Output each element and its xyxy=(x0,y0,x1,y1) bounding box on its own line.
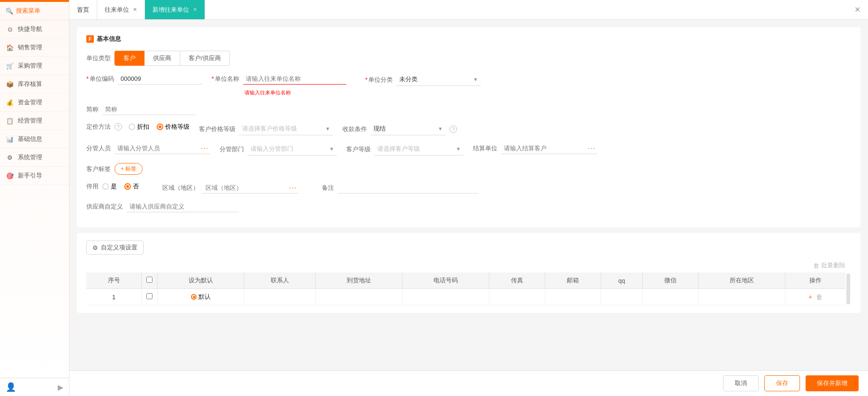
td-phone[interactable] xyxy=(402,289,489,305)
search-icon: 🔍 xyxy=(6,8,13,15)
sidebar-item-quick-label: 快捷导航 xyxy=(18,25,42,33)
add-tag-button[interactable]: + 标签 xyxy=(114,163,143,175)
manager-more-btn[interactable]: ··· xyxy=(199,144,210,153)
region-label: 区域（地区） xyxy=(162,184,199,192)
payment-terms-help-icon[interactable]: ? xyxy=(449,125,457,133)
tab-partners[interactable]: 往来单位 ✕ xyxy=(97,0,145,19)
tab-new-partner[interactable]: 新增往来单位 ✕ xyxy=(145,0,205,19)
td-row-actions: + 🗑 xyxy=(785,289,845,305)
sidebar-item-guide[interactable]: 🎯 新手引导 xyxy=(0,167,69,185)
payment-terms-arrow: ▼ xyxy=(438,126,443,132)
pricing-radio-level-circle xyxy=(157,124,163,130)
sidebar: 🔍 搜索菜单 ⊙ 快捷导航 🏠 销售管理 🛒 采购管理 📦 库存核算 💰 资金管… xyxy=(0,0,69,396)
pricing-radio-discount[interactable]: 折扣 xyxy=(129,123,149,131)
sidebar-search[interactable]: 🔍 搜索菜单 xyxy=(0,2,69,20)
td-qq[interactable] xyxy=(601,289,643,305)
disabled-yes[interactable]: 是 xyxy=(102,182,117,191)
pricing-radio-level[interactable]: 价格等级 xyxy=(157,123,190,131)
unit-category-select[interactable]: 未分类 ▼ xyxy=(396,73,481,86)
th-action: 操作 xyxy=(785,272,845,289)
tabs-close-all[interactable]: ✕ xyxy=(847,5,868,14)
select-all-checkbox[interactable] xyxy=(146,277,152,283)
sidebar-item-system[interactable]: ⚙ 系统管理 xyxy=(0,148,69,167)
unit-type-label: 单位类型 xyxy=(86,54,111,62)
btn-type-supplier[interactable]: 供应商 xyxy=(145,51,180,66)
cancel-button[interactable]: 取消 xyxy=(723,375,759,391)
pricing-radio-discount-label: 折扣 xyxy=(137,123,149,131)
tab-home[interactable]: 首页 xyxy=(69,0,97,19)
manager-input[interactable] xyxy=(114,143,199,154)
td-fax[interactable] xyxy=(489,289,545,305)
sidebar-item-basic[interactable]: 📊 基础信息 xyxy=(0,130,69,148)
pricing-radio-discount-circle xyxy=(129,124,135,130)
region-input[interactable] xyxy=(203,182,287,193)
unit-category-field: *单位分类 未分类 ▼ xyxy=(365,73,481,86)
manager-label: 分管人员 xyxy=(86,144,111,153)
delete-row-btn[interactable]: 🗑 xyxy=(816,293,822,301)
payment-terms-field: 收款条件 现结 ▼ ? xyxy=(343,123,457,135)
td-email[interactable] xyxy=(545,289,601,305)
payment-terms-label: 收款条件 xyxy=(343,125,367,133)
default-radio-circle[interactable] xyxy=(191,294,197,300)
inventory-icon: 📦 xyxy=(6,80,14,88)
batch-delete-label[interactable]: 批量删除 xyxy=(821,261,845,270)
add-row-btn[interactable]: + xyxy=(808,293,812,301)
td-contact[interactable] xyxy=(244,289,316,305)
save-button[interactable]: 保存 xyxy=(764,375,800,391)
btn-type-customer[interactable]: 客户 xyxy=(114,51,145,66)
th-wechat: 微信 xyxy=(643,272,699,289)
settlement-unit-more-btn[interactable]: ··· xyxy=(586,144,597,153)
td-seq: 1 xyxy=(86,289,142,305)
customer-price-level-field: 客户价格等级 请选择客户价格等级 ▼ xyxy=(199,123,333,135)
customer-price-level-select[interactable]: 请选择客户价格等级 ▼ xyxy=(239,123,333,135)
unit-name-error: 请输入往来单位名称 xyxy=(244,89,291,96)
disabled-no[interactable]: 否 xyxy=(124,182,139,191)
customer-tag-label: 客户标签 xyxy=(86,165,111,173)
sidebar-item-operation-label: 经营管理 xyxy=(18,116,42,125)
unit-name-label: *单位名称 xyxy=(212,75,239,83)
unit-name-input[interactable] xyxy=(243,73,346,85)
sidebar-item-purchase-label: 采购管理 xyxy=(18,62,42,70)
disabled-no-circle xyxy=(124,183,131,190)
customer-price-level-arrow: ▼ xyxy=(325,126,330,132)
sidebar-item-sales[interactable]: 🏠 销售管理 xyxy=(0,39,69,57)
region-field: 区域（地区） ··· xyxy=(162,182,298,194)
sidebar-item-purchase[interactable]: 🛒 采购管理 xyxy=(0,57,69,75)
sidebar-item-inventory[interactable]: 📦 库存核算 xyxy=(0,75,69,93)
unit-code-input[interactable] xyxy=(118,73,202,85)
td-wechat[interactable] xyxy=(643,289,699,305)
table-scrollbar[interactable] xyxy=(846,273,850,304)
td-area[interactable] xyxy=(699,289,785,305)
btn-type-both[interactable]: 客户/供应商 xyxy=(180,51,230,66)
payment-terms-select[interactable]: 现结 ▼ xyxy=(371,123,446,135)
tab-partners-close[interactable]: ✕ xyxy=(133,7,137,13)
sidebar-item-quick[interactable]: ⊙ 快捷导航 xyxy=(0,20,69,39)
manager-input-wrap: ··· xyxy=(114,143,210,154)
short-name-input[interactable] xyxy=(102,104,196,115)
td-address[interactable] xyxy=(315,289,402,305)
settlement-unit-input[interactable] xyxy=(501,143,586,154)
remarks-input[interactable] xyxy=(338,182,479,194)
disabled-radio-group: 是 否 xyxy=(102,182,139,191)
custom-settings-button[interactable]: ⚙ 自定义项设置 xyxy=(86,241,144,255)
unit-category-arrow: ▼ xyxy=(473,77,478,82)
department-label: 分管部门 xyxy=(220,145,244,154)
department-select[interactable]: 请输入分管部门 ▼ xyxy=(248,143,337,155)
row-checkbox[interactable] xyxy=(146,293,152,299)
th-default: 设为默认 xyxy=(158,272,244,289)
customer-level-select[interactable]: 请选择客户等级 ▼ xyxy=(374,143,464,155)
th-address: 到货地址 xyxy=(315,272,402,289)
save-new-button[interactable]: 保存并新增 xyxy=(806,375,859,391)
region-more-btn[interactable]: ··· xyxy=(287,184,298,192)
supplier-custom-field: 供应商自定义 xyxy=(86,201,239,212)
disabled-label: 停用 xyxy=(86,182,99,191)
sidebar-item-inventory-label: 库存核算 xyxy=(18,80,42,88)
tab-new-partner-close[interactable]: ✕ xyxy=(193,7,197,13)
sidebar-item-system-label: 系统管理 xyxy=(18,153,42,162)
th-fax: 传真 xyxy=(489,272,545,289)
settlement-unit-field: 结算单位 ··· xyxy=(473,143,597,154)
pricing-help-icon[interactable]: ? xyxy=(114,123,122,131)
sidebar-item-finance[interactable]: 💰 资金管理 xyxy=(0,93,69,112)
supplier-custom-input[interactable] xyxy=(127,201,239,212)
sidebar-item-operation[interactable]: 📋 经营管理 xyxy=(0,112,69,130)
